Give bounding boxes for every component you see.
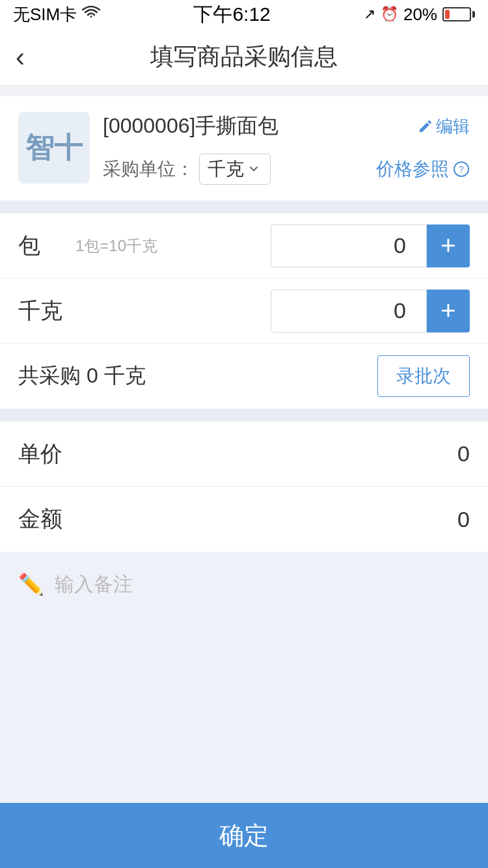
alarm-icon: ⏰ (381, 6, 398, 23)
qianke-label: 千克 (18, 296, 70, 326)
qianke-input-wrap: + (271, 290, 470, 332)
bao-label: 包 (18, 231, 70, 261)
unit-price-label: 单价 (18, 439, 62, 469)
back-button[interactable]: ‹ (16, 42, 25, 73)
status-bar: 无SIM卡 下午6:12 ↗ ⏰ 20% (0, 0, 488, 29)
pencil-icon: ✏️ (18, 572, 44, 597)
nav-bar: ‹ 填写商品采购信息 (0, 29, 488, 86)
bao-plus-button[interactable]: + (427, 224, 470, 267)
bao-input-wrap: + (271, 224, 470, 267)
product-thumbnail: 智十 (18, 112, 90, 183)
bao-sublabel: 1包=10千克 (75, 236, 157, 256)
unit-row: 采购单位： 千克 价格参照 ? (103, 154, 470, 185)
price-ref-label: 价格参照 (376, 157, 449, 182)
product-logo: 智十 (25, 129, 83, 167)
section-divider-1 (0, 200, 488, 213)
qianke-input-row: 千克 + (0, 278, 488, 344)
remark-section[interactable]: ✏️ 输入备注 (0, 552, 488, 617)
location-icon: ↗ (364, 6, 375, 23)
summary-row: 共采购 0 千克 录批次 (0, 344, 488, 409)
amount-value: 0 (457, 507, 470, 532)
qianke-plus-button[interactable]: + (427, 290, 470, 332)
status-time: 下午6:12 (193, 1, 270, 28)
record-batch-button[interactable]: 录批次 (377, 355, 470, 397)
edit-label: 编辑 (436, 115, 470, 138)
remark-placeholder: 输入备注 (55, 571, 133, 598)
status-right: ↗ ⏰ 20% (364, 5, 475, 25)
page-title: 填写商品采购信息 (150, 41, 338, 73)
status-left: 无SIM卡 (13, 3, 100, 26)
battery-percent: 20% (403, 5, 437, 25)
bao-input[interactable] (271, 224, 427, 267)
amount-row: 金额 0 (0, 487, 488, 552)
product-name-row: [0000006]手撕面包 编辑 (103, 112, 470, 141)
amount-label: 金额 (18, 504, 62, 534)
qianke-input[interactable] (271, 290, 427, 332)
section-divider-2 (0, 409, 488, 422)
price-info-section: 单价 0 金额 0 (0, 422, 488, 552)
input-section: 包 1包=10千克 + 千克 + (0, 213, 488, 344)
unit-price-row: 单价 0 (0, 422, 488, 487)
edit-button[interactable]: 编辑 (418, 115, 470, 138)
product-info: [0000006]手撕面包 编辑 采购单位： 千克 价格参照 (103, 112, 470, 185)
unit-value: 千克 (208, 157, 244, 182)
summary-text: 共采购 0 千克 (18, 362, 146, 390)
unit-select[interactable]: 千克 (199, 154, 271, 185)
unit-label: 采购单位： (103, 157, 194, 182)
confirm-button[interactable]: 确定 (0, 803, 488, 868)
product-full-name: [0000006]手撕面包 (103, 112, 278, 141)
unit-price-value: 0 (457, 441, 470, 467)
svg-text:?: ? (459, 164, 464, 174)
wifi-icon (82, 5, 100, 25)
price-reference-button[interactable]: 价格参照 ? (376, 157, 470, 182)
product-card: 智十 [0000006]手撕面包 编辑 采购单位： 千克 (0, 96, 488, 200)
carrier-text: 无SIM卡 (13, 3, 77, 26)
bao-input-row: 包 1包=10千克 + (0, 213, 488, 278)
battery-icon (442, 7, 475, 21)
top-divider (0, 86, 488, 96)
